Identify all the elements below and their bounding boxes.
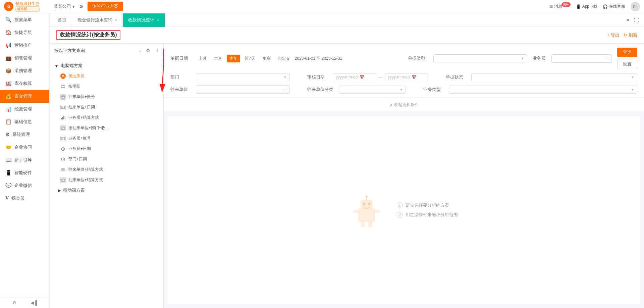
scheme-collapse-icon[interactable]: 《 [154, 48, 159, 54]
scheme-item-unit-dept[interactable]: 按往来单位+部门+收... [50, 123, 163, 133]
marketing-icon: 📢 [5, 42, 12, 48]
tab-receipt-stats-label: 收款情况统计 [128, 17, 154, 23]
sidebar-item-purchase[interactable]: 📦 采购管理 [0, 64, 49, 77]
review-date-start[interactable]: yyyy-mm-dd 📅 [333, 73, 376, 81]
date-tab-this-month[interactable]: 本月 [211, 55, 225, 62]
review-date-end[interactable]: yyyy-mm-dd 📅 [385, 73, 428, 81]
scheme-item-sales-date[interactable]: 业务员+日期 [50, 144, 163, 154]
scheme-settings-icon[interactable]: ⚙ [144, 47, 152, 54]
calendar-icon-start: 📅 [360, 75, 365, 80]
date-tab-this-year[interactable]: 本年 [227, 55, 240, 62]
counterparty-label: 往来单位 [170, 87, 191, 93]
dept-select[interactable]: ▾ [196, 73, 290, 81]
purchase-icon: 📦 [5, 68, 12, 74]
scheme-item-unit-settle2[interactable]: 往来单位+结算方式 [50, 175, 163, 185]
tab-home[interactable]: 首页 [52, 13, 72, 27]
tab-cash-flow-close[interactable]: × [115, 18, 117, 22]
add-scheme-icon[interactable]: + [139, 48, 142, 54]
scheme-item-dept-date[interactable]: 部门+日期 [50, 154, 163, 164]
sidebar-label-member: 畅会员 [11, 195, 24, 201]
messages-button[interactable]: ✉ 消息 99+ [549, 4, 571, 9]
counterparty-class-select[interactable]: ▾ [339, 86, 406, 94]
scheme-item-salesperson-settle[interactable]: 业务员+结算方式 [50, 112, 163, 123]
settings-button[interactable]: 设置 [617, 59, 637, 69]
class-chevron-icon: ▾ [400, 87, 402, 92]
calendar-icon-end: 📅 [412, 75, 417, 80]
app-download-button[interactable]: 📱 App下载 [576, 4, 597, 9]
mobile-section-header[interactable]: ▶ 移动端方案 [50, 185, 163, 195]
sidebar-settings-icon[interactable]: ⚙ [12, 300, 16, 305]
date-tab-custom[interactable]: 自定义 [275, 55, 293, 62]
sidebar-item-sales[interactable]: 💼 销售管理 [0, 52, 49, 64]
sidebar-item-inventory[interactable]: 🏭 库存核算 [0, 77, 49, 90]
scheme-item-by-salesperson[interactable]: 按业务员 [50, 71, 163, 81]
sidebar-label-operation: 经营管理 [14, 106, 32, 112]
scheme-item-detail[interactable]: 按明细 [50, 81, 163, 92]
svg-rect-37 [368, 221, 372, 227]
scheme-item-label-detail: 按明细 [68, 84, 80, 89]
scheme-item-unit-account[interactable]: 往来单位+账号 [50, 92, 163, 102]
date-tab-7days[interactable]: 近7天 [242, 55, 258, 62]
sidebar-collapse-icon[interactable]: ◀▐ [31, 300, 37, 305]
sidebar-label-marketing: 营销推广 [14, 42, 32, 48]
sidebar-item-operation[interactable]: 📊 经营管理 [0, 103, 49, 115]
sales-icon: 💼 [5, 55, 12, 61]
sidebar-item-nav[interactable]: 🏠 快捷导航 [0, 26, 49, 39]
unit-settle2-icon [60, 177, 66, 183]
guide-icon: 📖 [5, 157, 12, 163]
sidebar-item-basic[interactable]: 📋 基础信息 [0, 115, 49, 128]
unit-dept-icon [60, 125, 66, 131]
export-button[interactable]: ↑ 导出 [607, 32, 620, 38]
voucher-type-select[interactable]: ▾ [433, 54, 527, 62]
sidebar-item-system[interactable]: ⚙ 系统管理 [0, 128, 49, 141]
company-selector[interactable]: 某某公司 ▾ [54, 3, 75, 9]
svg-rect-13 [63, 116, 64, 119]
date-dash: — [378, 75, 383, 80]
voucher-status-select[interactable]: ▾ [471, 73, 637, 81]
unit-settle1-icon [60, 167, 66, 172]
scheme-panel-title: 按以下方案查询 [54, 48, 85, 54]
page-title: 收款情况统计(按业务员) [56, 30, 120, 40]
edition-badge: 标准版 [15, 6, 40, 12]
svg-rect-28 [358, 208, 375, 222]
query-button[interactable]: 查询 [617, 48, 637, 57]
scheme-item-unit-date[interactable]: 往来单位+日期 [50, 102, 163, 112]
scheme-item-unit-settle1[interactable]: 往来单位+结算方式 [50, 164, 163, 175]
trial-button[interactable]: 体验行业方案 [88, 2, 123, 11]
dept-filter-label: 部门 [170, 74, 191, 80]
biz-type-chevron-icon: ▾ [632, 87, 634, 92]
sidebar-item-wechat[interactable]: 💬 企业微信 [0, 179, 49, 192]
sidebar-item-search[interactable]: 🔍 搜索菜单 [0, 13, 49, 26]
svg-rect-15 [62, 127, 64, 130]
sidebar-item-guide[interactable]: 📖 新手引导 [0, 154, 49, 166]
tab-close-window-icon[interactable]: ✕ [626, 17, 630, 23]
salesperson-dots[interactable]: ··· [605, 56, 609, 61]
sidebar-item-collab[interactable]: 🤝 企业协同 [0, 141, 49, 154]
counterparty-dots[interactable]: ··· [283, 87, 287, 92]
biz-type-select[interactable]: ▾ [449, 86, 637, 94]
user-avatar[interactable]: Rit [631, 2, 640, 11]
tab-fullscreen-icon[interactable]: ⛶ [634, 17, 639, 23]
sidebar-label-nav: 快捷导航 [14, 30, 32, 36]
scheme-item-sales-account[interactable]: 业务员+账号 [50, 133, 163, 144]
app-download-label: App下载 [582, 4, 597, 9]
sidebar-item-hardware[interactable]: 📱 智能硬件 [0, 166, 49, 179]
tab-receipt-stats-close[interactable]: × [157, 18, 159, 22]
sidebar-item-finance[interactable]: 💰 资金管理 [0, 90, 49, 103]
svg-point-2 [63, 85, 65, 86]
sidebar-item-member[interactable]: V 畅会员 [0, 192, 49, 205]
date-tab-more[interactable]: 更多 [260, 55, 273, 62]
tab-receipt-stats[interactable]: 收款情况统计 × [123, 13, 165, 27]
empty-tips: 1 请先选择要分析的方案 2 用过滤条件来缩小分析范围 [397, 202, 458, 218]
online-service-button[interactable]: 🎧 在线客服 [603, 4, 625, 9]
desktop-section-header[interactable]: ▼ 电脑端方案 [50, 61, 163, 71]
header-settings-icon[interactable]: ⚙ [77, 3, 85, 10]
refresh-button[interactable]: ↻ 刷新 [624, 32, 637, 38]
collapse-button[interactable]: ∧ 收起更多条件 [386, 101, 422, 109]
tip-item-1: 1 请先选择要分析的方案 [397, 202, 458, 208]
sidebar-item-marketing[interactable]: 📢 营销推广 [0, 39, 49, 52]
expand-icon: ▼ [54, 63, 59, 68]
date-tab-last-month[interactable]: 上月 [196, 55, 209, 62]
svg-point-0 [62, 75, 64, 76]
tab-cash-flow[interactable]: 现金银行流水查询 × [72, 13, 123, 27]
